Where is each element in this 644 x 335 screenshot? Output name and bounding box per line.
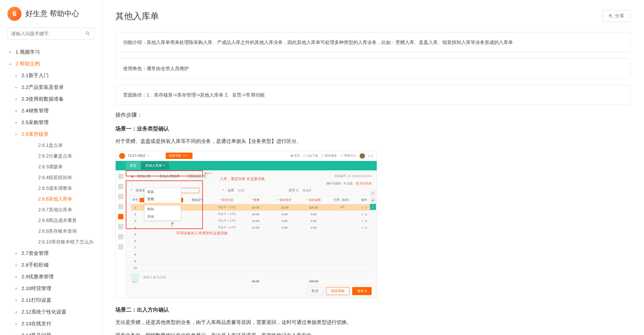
nav-2-12[interactable]: +2.12系统个性化设置 [6, 306, 102, 318]
nav-2-5[interactable]: +2.5采购管理 [6, 117, 102, 128]
ss-lefticon-4 [118, 204, 123, 209]
ss-remark-placeholder: 请输入备注信息 [143, 275, 166, 280]
ss-test-label: TEST-H002 [128, 154, 145, 158]
nav-2-13[interactable]: +2.13在线支付 [6, 318, 102, 330]
ss-redbox-1 [126, 170, 203, 176]
search-box[interactable] [7, 27, 94, 40]
role-box: 使用角色：通常由仓管人员维护 [115, 58, 631, 78]
nav-2-6-3[interactable]: 2.6.3调拨单 [18, 162, 102, 172]
nav-2-6-5[interactable]: 2.6.5成本调整单 [18, 183, 102, 194]
ss-dd-3: 拆卸 [145, 206, 181, 213]
nav-2-3[interactable]: +2.3使用前数据准备 [6, 93, 102, 105]
ss-th-avail: 可用（批单） [328, 198, 357, 202]
nav-video-learning[interactable]: +1.视频学习 [0, 46, 102, 58]
ss-th-stock: 库存信息 [221, 198, 233, 202]
ss-dd-2: 受赠 [145, 196, 181, 203]
logo-area: 6 好生意 帮助中心 [0, 7, 102, 27]
nav-2-11[interactable]: +2.11打印设置 [6, 294, 102, 306]
nav-2-6-2[interactable]: 2.6.2分量盘点单 [18, 151, 102, 162]
ss-tab-current: 其他入库单 × [141, 162, 169, 170]
nav-2-4[interactable]: +2.4销售管理 [6, 105, 102, 117]
nav-2-8[interactable]: +2.8手机旺铺 [6, 259, 102, 271]
ss-rbtn-1: ✎ [370, 190, 376, 197]
search-icon [85, 31, 91, 36]
function-intro-label: 功能介绍： [123, 40, 147, 45]
ss-th-qty: 数量 [254, 198, 260, 202]
role-label: 使用角色： [123, 66, 147, 71]
ss-tab-home: 首页 [126, 162, 141, 170]
nav-2-10[interactable]: +2.10经营管理 [6, 283, 102, 294]
function-intro-box: 功能介绍：其他入库单用来处理除采购入库、产成品入库之外的其他入库业务，因此其他入… [115, 32, 631, 52]
ss-btn-cancel: 取消 [307, 287, 323, 295]
ss-dd-sel [145, 203, 181, 206]
nav-2-6-9[interactable]: 2.6.9库存账本查询 [18, 226, 102, 237]
ss-row-8: 8 [131, 251, 372, 258]
main-content: 其他入库单 ⇱ 分享 功能介绍：其他入库单用来处理除采购入库、产成品入库之外的其… [102, 0, 644, 335]
nav-2-6-6[interactable]: 2.6.6其他入库单 [18, 194, 102, 205]
nav-2-7[interactable]: +2.7资金管理 [6, 247, 102, 259]
nav-2-6-10[interactable]: 2.6.10库存账本错了怎么办 [18, 237, 102, 247]
ss-lefticon-8 [118, 244, 123, 249]
ss-th-amt: 成本金额 [309, 198, 321, 202]
nav-2-9[interactable]: +2.9优惠券管理 [6, 271, 102, 283]
steps-label: 操作步骤： [115, 112, 631, 119]
scene2-text2: 退库业务中，明细数量均以负值红色展示。无论是入库还是退库，库存账均记在入库方向。 [115, 331, 631, 335]
nav-2-6-4[interactable]: 2.6.4组装拆卸单 [18, 172, 102, 183]
share-button[interactable]: ⇱ 分享 [602, 10, 631, 22]
ss-lefticon-3 [118, 194, 123, 199]
ss-lbl-operator: 经手人 [289, 188, 299, 193]
ss-tool-history: ▦ 历史单据 [356, 181, 372, 186]
ss-dd-1: 盘盈 [145, 188, 181, 196]
ss-row-6: 6 [131, 238, 372, 244]
ss-btn-draft: 保存草稿 [326, 287, 350, 295]
logo-icon: 6 [7, 7, 21, 21]
ss-nav-buy: ☐ 购买服务 [321, 154, 337, 158]
nav-2-6-7[interactable]: 2.6.7其他出库单 [18, 205, 102, 215]
ss-lefticon-2 [118, 184, 123, 189]
page-title: 其他入库单 [115, 10, 159, 22]
scene1-title: 场景一：业务类型确认 [115, 125, 631, 132]
ss-logo-icon [119, 153, 125, 159]
ss-lefticon-6 [118, 224, 123, 229]
ss-th-op: 操作 [357, 198, 372, 202]
ss-lefticon-1 [118, 174, 123, 179]
scene1-text: 对于受赠、盘盈或是拆装入库等不同的业务，是通过单据头【业务类型】进行区分。 [115, 136, 631, 146]
ss-avatar-icon [360, 153, 365, 159]
nav-2-6[interactable]: −2.6库存核算 [6, 128, 102, 140]
scene2-title: 场景二：出入方向确认 [115, 306, 631, 314]
embedded-screenshot: TEST-H002 ▾ 新建单据（>） ◉ 首页 ☐ App下载 ☐ 购买服务 … [115, 151, 377, 298]
role-text: 通常由仓管人员维护 [147, 66, 189, 71]
ss-rbtn-3: ⤢ [370, 204, 376, 210]
path-box: 页面路径：1、库存核算->库存管理->其他入库单 2、首页->常用功能 [115, 85, 631, 105]
nav-2-6-8[interactable]: 2.6.8商品成本重算 [18, 215, 102, 226]
path-text: 1、库存核算->库存管理->其他入库单 2、首页->常用功能 [147, 92, 265, 98]
site-title: 好生意 帮助中心 [25, 9, 79, 19]
ss-arrow-1: ⟵ [205, 170, 212, 176]
nav-help-docs[interactable]: −2.帮助文档 [0, 58, 102, 70]
ss-lefticon-5 [118, 214, 123, 219]
sidebar: 6 好生意 帮助中心 +1.视频学习 −2.帮助文档 +2.1新手入门 +2.2… [0, 0, 102, 335]
ss-nav-home: ◉ 首页 [290, 154, 300, 158]
ss-username: C C [368, 154, 374, 158]
ss-right-toolbar: ✎ ⇄ ⤢ [370, 190, 377, 210]
share-icon: ⇱ [609, 13, 613, 19]
ss-nav-help: ☐ 帮助中心 [340, 154, 356, 158]
ss-lefticon-7 [118, 234, 123, 239]
ss-billno: 单据编号 JC-20191226-001 [334, 174, 372, 178]
ss-row-7: 7 [131, 244, 372, 251]
ss-rbtn-2: ⇄ [370, 197, 376, 203]
ss-btn-save: 保存 ▾ [352, 287, 372, 295]
nav-2-1[interactable]: +2.1新手入门 [6, 70, 102, 81]
ss-annotation-1: 入库、退货业务 在这里切换 [220, 176, 265, 181]
ss-annotation-2: 不同业务的入库类型在这里切换 [176, 231, 228, 236]
ss-row-5: 5 [131, 231, 372, 238]
nav-2-2[interactable]: +2.2产品安装及登录 [6, 81, 102, 93]
scene2-text1: 无论是受赠，还是其他类型的业务，由于入库商品质量等原因，需要退回，这时可通过单据… [115, 318, 631, 327]
ss-tool-hotkey: ⌨ 快捷键 [326, 181, 341, 186]
nav-2-6-1[interactable]: 2.6.1盘点单 [18, 140, 102, 151]
ss-left-toolbar [116, 170, 126, 298]
search-input[interactable] [11, 31, 85, 36]
nav-2-14[interactable]: +2.14常见问题 [6, 330, 102, 335]
function-intro-text: 其他入库单用来处理除采购入库、产成品入库之外的其他入库业务，因此其他入库单可处理… [147, 40, 513, 45]
ss-dd-4: 其他 [145, 213, 181, 220]
